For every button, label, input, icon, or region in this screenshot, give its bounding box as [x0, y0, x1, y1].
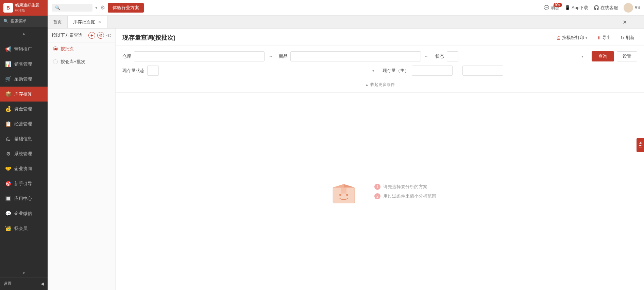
app-download-button[interactable]: 📱 App下载: [565, 5, 588, 11]
inventory-status-select[interactable]: [147, 66, 159, 76]
inventory-status-label: 现存量状态: [122, 68, 145, 74]
sidebar-item-member[interactable]: 👑 畅会员: [0, 221, 48, 236]
filter-radio-by-batch: [53, 47, 58, 51]
tab-home[interactable]: 首页: [48, 16, 68, 28]
search-icon: 🔍: [55, 5, 60, 10]
sidebar-item-enterprise[interactable]: 🤝 企业协同: [0, 161, 48, 176]
newbie-icon: 🎯: [5, 180, 12, 187]
inventory-status-dropdown-wrap: [147, 66, 377, 76]
search-icon: 🔍: [3, 19, 9, 23]
empty-tips: 1 请先选择要分析的方案 2 用过滤条件来缩小分析范围: [374, 184, 436, 199]
topbar-search-box[interactable]: 🔍: [52, 4, 92, 12]
basic-icon: 🗂: [5, 135, 12, 142]
print-dropdown-icon[interactable]: ▾: [586, 36, 588, 40]
tab-close-icon[interactable]: ✕: [97, 20, 102, 24]
sidebar-item-marketing[interactable]: 📢 营销推广: [0, 42, 48, 57]
sidebar-item-label: 经营管理: [14, 121, 32, 127]
product-more-btn[interactable]: ···: [424, 54, 430, 59]
sidebar-item-basic[interactable]: 🗂 基础信息: [0, 131, 48, 146]
printer-icon: 🖨: [556, 35, 561, 40]
inventory-qty-to-input[interactable]: [462, 66, 503, 76]
right-buttons: 查询 设置: [592, 51, 637, 61]
enterprise-icon: 🤝: [5, 165, 12, 172]
export-button[interactable]: ⬆ 导出: [594, 33, 614, 42]
export-icon: ⬆: [597, 35, 601, 40]
empty-box-svg: [327, 175, 361, 209]
filter-item-by-warehouse-batch[interactable]: 按仓库+批次: [48, 55, 115, 68]
svg-point-4: [346, 194, 348, 196]
sidebar-collapse-btn[interactable]: ◀: [41, 281, 44, 286]
customer-service-button[interactable]: 🎧 在线客服: [594, 5, 618, 11]
user-name: Rit: [634, 5, 640, 10]
topbar-chevron-icon[interactable]: ▾: [95, 5, 98, 10]
empty-tip-2: 2 用过滤条件来缩小分析范围: [374, 193, 436, 199]
svg-point-3: [339, 194, 341, 196]
message-badge: 99+: [554, 3, 562, 7]
message-button[interactable]: 💬 消息 99+: [544, 5, 559, 11]
page-content: 按以下方案查询 + ⚙ ≪ 按批次 按仓库+批次: [48, 29, 644, 290]
sidebar-item-label: 采购管理: [14, 76, 32, 82]
warehouse-input[interactable]: [134, 51, 265, 61]
app-edition: 标准版: [15, 8, 39, 13]
trial-industry-button[interactable]: 体验行业方案: [108, 3, 144, 13]
sidebar-item-newbie[interactable]: 🎯 新手引导: [0, 176, 48, 191]
sidebar-item-operation[interactable]: 📋 经营管理: [0, 116, 48, 131]
filter-collapse-icon[interactable]: ≪: [106, 33, 111, 38]
sidebar-item-inventory[interactable]: 📦 库存核算: [0, 87, 48, 102]
collapse-more-btn[interactable]: ▲ 收起更多条件: [122, 80, 637, 90]
sidebar-item-label: 企业微信: [14, 211, 32, 217]
filter-item-by-batch[interactable]: 按批次: [48, 42, 115, 55]
finance-icon: 💰: [5, 106, 12, 112]
product-input[interactable]: [290, 51, 421, 61]
refresh-button[interactable]: ↻ 刷新: [618, 33, 637, 42]
sidebar-item-label: 销售管理: [14, 61, 32, 67]
tabbar: 首页 库存批次账 ✕ ✕: [48, 16, 644, 29]
topbar-gear-icon[interactable]: ⚙: [100, 4, 105, 11]
member-icon: 👑: [5, 225, 12, 232]
app-download-icon: 📱: [565, 5, 570, 10]
sidebar-scroll-up[interactable]: ▲: [0, 30, 48, 37]
tab-batch-inventory-label: 库存批次账: [73, 19, 95, 25]
tabbar-global-close-btn[interactable]: ✕: [623, 19, 627, 25]
filter-settings-button[interactable]: ⚙: [97, 32, 104, 39]
avatar: [624, 3, 633, 13]
float-right-button[interactable]: Rit: [637, 138, 644, 152]
search-label: 搜索菜单: [11, 18, 27, 24]
filter-item-label: 按仓库+批次: [61, 59, 85, 65]
sidebar-item-purchase[interactable]: 🛒 采购管理: [0, 72, 48, 87]
inventory-status-field: 现存量状态: [122, 66, 377, 76]
page-actions: 🖨 按模板打印 ▾ ⬆ 导出 ↻ 刷新: [553, 33, 637, 42]
settings-button[interactable]: 设置: [617, 51, 637, 61]
filter-add-button[interactable]: +: [88, 32, 95, 39]
sidebar-item-sales[interactable]: 📊 销售管理: [0, 57, 48, 72]
status-select[interactable]: [447, 51, 458, 61]
sidebar-header: B 畅康通好生意 标准版: [0, 0, 48, 16]
warehouse-more-btn[interactable]: ···: [267, 54, 273, 59]
query-button[interactable]: 查询: [592, 51, 614, 61]
topbar: 🔍 ▾ ⚙ 体验行业方案 💬 消息 99+ 📱 App下载 🎧 在线客服: [48, 0, 644, 16]
sidebar-item-label: 企业协同: [14, 166, 32, 172]
qty-dash: —: [455, 68, 460, 73]
tip-number-2: 2: [374, 193, 380, 199]
empty-state: 1 请先选择要分析的方案 2 用过滤条件来缩小分析范围: [116, 93, 644, 290]
filter-panel-actions: + ⚙ ≪: [88, 32, 111, 39]
sidebar-search[interactable]: 🔍 搜索菜单: [0, 16, 48, 27]
sidebar-item-wechat[interactable]: 💬 企业微信: [0, 206, 48, 221]
empty-tip-1: 1 请先选择要分析的方案: [374, 184, 436, 190]
page-header: 现存量查询(按批次) 🖨 按模板打印 ▾ ⬆ 导出 ↻ 刷新: [116, 29, 644, 46]
refresh-label: 刷新: [626, 35, 634, 41]
tip-number-1: 1: [374, 184, 380, 190]
print-button[interactable]: 🖨 按模板打印 ▾: [553, 33, 590, 42]
chevron-up-icon: ▲: [365, 83, 369, 87]
sidebar-settings-btn[interactable]: 设置: [3, 281, 12, 287]
sidebar-item-system[interactable]: ⚙ 系统管理: [0, 146, 48, 161]
marketing-icon: 📢: [5, 46, 12, 53]
sidebar-scroll-down[interactable]: ▼: [0, 270, 48, 276]
user-profile-button[interactable]: Rit: [624, 3, 640, 13]
sidebar-item-finance[interactable]: 💰 资金管理: [0, 102, 48, 116]
sidebar-item-apps[interactable]: 🔲 应用中心: [0, 191, 48, 206]
status-dropdown-wrap: [447, 51, 586, 61]
inventory-qty-from-input[interactable]: [412, 66, 453, 76]
tab-batch-inventory[interactable]: 库存批次账 ✕: [68, 16, 108, 28]
search-row-2: 现存量状态 现存量（主） —: [122, 66, 637, 76]
